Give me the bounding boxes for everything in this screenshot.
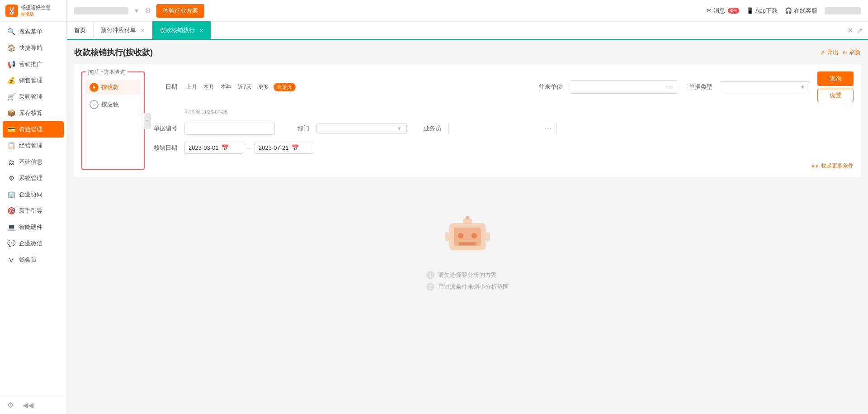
filter-scheme-title: 按以下方案查询 <box>86 68 127 76</box>
empty-hints: 1 请先选择要分析的方案 2 用过滤条件来缩小分析范围 <box>426 271 509 291</box>
sidebar-item-wechat[interactable]: 💬 企业微信 <box>0 235 66 252</box>
writeoff-date-label: 核销日期 <box>150 144 177 152</box>
svg-rect-7 <box>445 232 449 241</box>
guide-icon: 🎯 <box>7 207 15 215</box>
setting-button[interactable]: 设置 <box>817 89 854 102</box>
sales-icon: 💰 <box>7 76 15 85</box>
maximize-icon[interactable]: ⤢ <box>857 26 863 35</box>
date-hint-row: 不限 至 2023-07-26 <box>150 109 854 115</box>
sidebar-nav: 🔍 搜索菜单 🏠 快捷导航 📢 营销推广 💰 销售管理 🛒 采购管理 📦 库存核… <box>0 22 66 396</box>
calendar-end-icon: 📅 <box>292 144 299 151</box>
sidebar-item-member[interactable]: V 畅会员 <box>0 252 66 268</box>
logo-icon: 🐰 <box>5 5 18 17</box>
page-actions: ↗ 导出 ↻ 刷新 <box>820 48 861 57</box>
bill-no-label: 单据编号 <box>150 124 177 133</box>
user-company-name <box>74 7 128 14</box>
empty-illustration <box>440 209 495 264</box>
export-button[interactable]: ↗ 导出 <box>820 48 839 57</box>
staff-select[interactable]: ··· <box>448 122 557 135</box>
sidebar-item-inventory[interactable]: 📦 库存核算 <box>0 105 66 121</box>
bill-type-select[interactable]: ▼ <box>720 81 810 92</box>
content-area: 收款核销执行(按收款) ↗ 导出 ↻ 刷新 按以下方案查询 ¥ 按收款 <box>67 40 868 414</box>
system-icon: ⚙ <box>7 174 15 182</box>
message-icon: ✉ <box>707 7 712 14</box>
sidebar-item-system[interactable]: ⚙ 系统管理 <box>0 170 66 186</box>
home-icon: 🏠 <box>7 44 15 52</box>
logo-sub: 标准版 <box>21 11 51 17</box>
user-name <box>825 7 861 14</box>
writeoff-date-end-input[interactable]: 2023-07-21 📅 <box>255 142 313 154</box>
tabbar-actions: ✕ ⤢ <box>847 26 868 35</box>
enterprise-icon: 🏢 <box>7 190 15 199</box>
dept-select[interactable]: ▼ <box>316 123 407 134</box>
staff-label: 业务员 <box>414 124 441 133</box>
sidebar-item-hardware[interactable]: 💻 智能硬件 <box>0 219 66 235</box>
this-month-btn[interactable]: 本月 <box>202 82 216 92</box>
phone-icon: 📱 <box>746 7 754 14</box>
date-quick-buttons: 上月 本月 本年 近7天 更多 自定义 <box>184 82 296 92</box>
message-item[interactable]: ✉ 消息 99+ <box>707 7 739 15</box>
receipt-scheme-icon: ¥ <box>90 83 99 92</box>
gear-icon[interactable]: ⚙ <box>145 6 151 15</box>
filter-row-3: 核销日期 2023-03-01 📅 — 2023-07-21 📅 <box>150 142 854 154</box>
tab-writeoff[interactable]: 收款核销执行 ✕ <box>152 21 211 39</box>
staff-more-icon: ··· <box>545 124 552 133</box>
filter-option-by-receivable[interactable]: ○ 按应收 <box>86 97 140 112</box>
calendar-start-icon: 📅 <box>222 144 229 151</box>
online-service-item[interactable]: 🎧 在线客服 <box>785 7 817 15</box>
sidebar-item-management[interactable]: 📋 经营管理 <box>0 138 66 154</box>
finance-icon: 💳 <box>7 125 15 133</box>
industry-plan-button[interactable]: 体验行业方案 <box>156 4 204 18</box>
custom-date-tag[interactable]: 自定义 <box>274 83 296 91</box>
tab-home[interactable]: 首页 <box>67 21 94 39</box>
dropdown-arrow-icon[interactable]: ▼ <box>134 8 139 14</box>
sidebar-bottom: ⚙ ◀◀ <box>0 396 66 414</box>
counterpart-select[interactable]: ··· <box>570 80 678 94</box>
date-hint-text: 不限 至 2023-07-26 <box>184 109 227 115</box>
refresh-button[interactable]: ↻ 刷新 <box>842 48 861 57</box>
headset-icon: 🎧 <box>785 7 792 14</box>
close-all-tabs-icon[interactable]: ✕ <box>847 26 853 35</box>
sidebar-item-purchase[interactable]: 🛒 采购管理 <box>0 89 66 105</box>
basic-info-icon: 🗂 <box>7 158 15 166</box>
hint-num-1: 1 <box>426 271 434 279</box>
tabbar: 首页 预付冲应付单 ✕ 收款核销执行 ✕ ✕ ⤢ <box>67 22 868 40</box>
collapse-sidebar-icon[interactable]: ◀◀ <box>23 401 33 409</box>
writeoff-date-start-input[interactable]: 2023-03-01 📅 <box>184 142 243 154</box>
close-prepay-tab-icon[interactable]: ✕ <box>141 28 145 33</box>
sidebar-item-search[interactable]: 🔍 搜索菜单 <box>0 24 66 40</box>
sidebar-item-finance[interactable]: 💳 资金管理 <box>3 121 64 138</box>
app-download-item[interactable]: 📱 App下载 <box>746 7 778 15</box>
search-icon: 🔍 <box>7 28 15 36</box>
more-date-btn[interactable]: 更多 <box>256 82 271 92</box>
svg-point-6 <box>466 216 469 219</box>
bill-type-label: 单据类型 <box>685 83 712 91</box>
filter-option-by-receipt[interactable]: ¥ 按收款 <box>86 80 140 95</box>
last-month-btn[interactable]: 上月 <box>184 82 199 92</box>
dept-label: 部门 <box>282 124 309 133</box>
last-7days-btn[interactable]: 近7天 <box>236 82 254 92</box>
date-label: 日期 <box>150 83 177 91</box>
collapse-filter-left-button[interactable]: « <box>144 113 151 129</box>
sidebar-item-sales[interactable]: 💰 销售管理 <box>0 72 66 89</box>
sidebar-item-quicknav[interactable]: 🏠 快捷导航 <box>0 40 66 56</box>
bill-type-chevron-icon: ▼ <box>800 84 805 90</box>
sidebar-item-guide[interactable]: 🎯 新手引导 <box>0 203 66 219</box>
topbar-right: ✉ 消息 99+ 📱 App下载 🎧 在线客服 <box>707 7 861 15</box>
sidebar-item-enterprise[interactable]: 🏢 企业协同 <box>0 186 66 203</box>
this-year-btn[interactable]: 本年 <box>219 82 233 92</box>
sidebar-item-marketing[interactable]: 📢 营销推广 <box>0 56 66 72</box>
main-area: ▼ ⚙ 体验行业方案 ✉ 消息 99+ 📱 App下载 🎧 在线客服 首页 <box>67 0 868 414</box>
inventory-icon: 📦 <box>7 109 15 117</box>
close-writeoff-tab-icon[interactable]: ✕ <box>199 28 203 33</box>
wechat-icon: 💬 <box>7 239 15 247</box>
filter-conditions: 日期 上月 本月 本年 近7天 更多 自定义 往来单位 ··· <box>150 71 854 170</box>
sidebar-item-basic-info[interactable]: 🗂 基础信息 <box>0 154 66 170</box>
svg-rect-4 <box>458 242 476 245</box>
tab-prepay[interactable]: 预付冲应付单 ✕ <box>94 21 152 39</box>
collapse-more-button[interactable]: ∧∧ 收起更多条件 <box>150 162 854 170</box>
query-button[interactable]: 查询 <box>817 71 854 86</box>
filter-scheme-panel: 按以下方案查询 ¥ 按收款 ○ 按应收 « <box>81 71 145 170</box>
settings-bottom-icon[interactable]: ⚙ <box>7 401 14 409</box>
bill-no-input[interactable] <box>184 123 275 135</box>
